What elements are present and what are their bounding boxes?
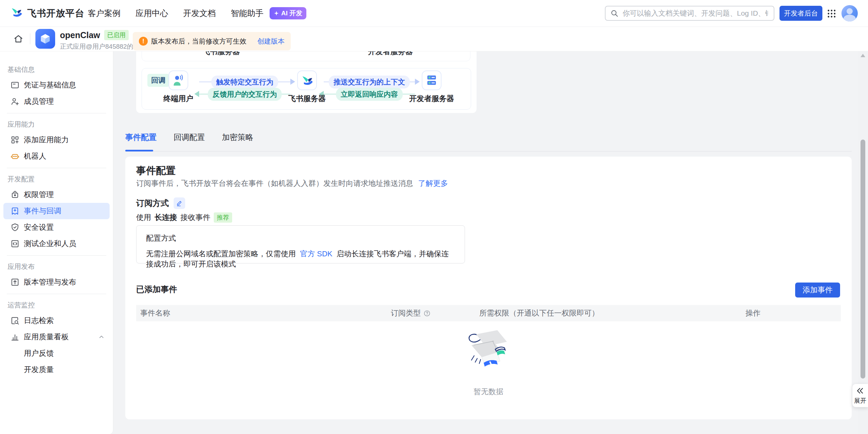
sidebar-item-label: 事件与回调: [24, 206, 61, 216]
section-description: 订阅事件后，飞书开放平台将会在事件（如机器人入群）发生时向请求地址推送消息 了解…: [136, 178, 448, 189]
config-method-box: 配置方式 无需注册公网域名或配置加密策略，仅需使用 官方 SDK 启动长连接飞书…: [136, 225, 465, 263]
sidebar-section-monitoring: 运营监控: [0, 298, 113, 312]
end-user-icon: [171, 73, 186, 88]
developer-console-button[interactable]: 开发者后台: [779, 6, 822, 21]
sidebar-section-dev-config: 开发配置: [0, 172, 113, 187]
sidebar-item-version-release[interactable]: 版本管理与发布: [3, 274, 110, 290]
sidebar-divider: [7, 294, 106, 294]
sidebar-item-events-callbacks[interactable]: 事件与回调: [3, 203, 110, 219]
method-name: 长连接: [155, 212, 177, 223]
search-icon: [610, 9, 618, 17]
create-version-link[interactable]: 创建版本: [257, 37, 285, 46]
sidebar-divider: [7, 255, 106, 256]
config-tabs: 事件配置 回调配置 加密策略: [125, 132, 253, 143]
nav-item-ai-assistant[interactable]: 智能助手: [231, 8, 263, 19]
page: 飞书开放平台 客户案例 应用中心 开发文档 智能助手 AI 开发 开发者后台: [0, 0, 868, 434]
feishu-logo-icon: [10, 6, 23, 20]
platform-title: 飞书开放平台: [27, 7, 84, 19]
top-navbar: 飞书开放平台 客户案例 应用中心 开发文档 智能助手 AI 开发 开发者后台: [0, 0, 868, 27]
feishu-logo-icon: [300, 74, 314, 87]
section-title: 事件配置: [136, 164, 176, 178]
apps-grid-icon[interactable]: [827, 9, 836, 19]
question-circle-icon[interactable]: [423, 310, 431, 317]
search-input[interactable]: [622, 9, 769, 18]
sidebar-item-label: 应用质量看板: [24, 332, 69, 342]
expand-panel-button[interactable]: 展开: [852, 384, 868, 407]
server-icon: [425, 74, 438, 87]
upload-icon: [10, 277, 20, 287]
nav-item-customer-cases[interactable]: 客户案例: [88, 8, 120, 19]
app-title-row: openClaw 已启用: [60, 30, 129, 40]
sidebar-item-members[interactable]: 成员管理: [3, 93, 110, 110]
scrollbar-up-arrow[interactable]: [861, 54, 865, 57]
add-event-button[interactable]: 添加事件: [795, 283, 840, 298]
added-events-title: 已添加事件: [136, 284, 177, 295]
app-header-bar: openClaw 已启用 正式应用@用户845882的组织 ! 版本发布后，当前…: [0, 27, 868, 51]
sidebar-item-security[interactable]: 安全设置: [3, 219, 110, 236]
grid-add-icon: [10, 135, 20, 145]
log-search-icon: [10, 316, 20, 325]
header-divider: [30, 33, 30, 44]
scrollbar-thumb[interactable]: [861, 140, 865, 379]
tab-encryption-policy[interactable]: 加密策略: [222, 132, 253, 143]
callback-flow-box: 回调 触发特定交互行为 反馈用户的交互行为 推送交互行为的上下文 立即返回响应内…: [142, 68, 471, 110]
learn-more-link[interactable]: 了解更多: [418, 179, 448, 188]
sidebar-item-add-capability[interactable]: 添加应用能力: [3, 132, 110, 148]
expand-label: 展开: [854, 397, 866, 405]
sidebar-item-test-company[interactable]: 测试企业和人员: [3, 236, 110, 252]
arrowhead-right-icon: [290, 79, 295, 85]
arrowhead-right-icon: [415, 79, 420, 85]
tab-callback-config[interactable]: 回调配置: [174, 132, 205, 143]
sidebar-item-label: 机器人: [24, 151, 46, 161]
sidebar-item-credentials[interactable]: 凭证与基础信息: [3, 77, 110, 93]
global-search[interactable]: [605, 6, 774, 21]
ai-dev-badge[interactable]: AI 开发: [270, 7, 306, 19]
column-label: 订阅类型: [391, 308, 421, 318]
clipped-label-feishu-server: 飞书服务器: [203, 51, 240, 57]
sidebar-item-log-search[interactable]: 日志检索: [3, 312, 110, 329]
feishu-server-label: 飞书服务器: [288, 94, 326, 104]
event-icon: [10, 206, 20, 216]
edit-button[interactable]: [174, 197, 185, 209]
config-text-before: 无需注册公网域名或配置加密策略，仅需使用: [146, 250, 296, 258]
clipped-diagram-box: [142, 51, 470, 61]
sidebar-item-permissions[interactable]: 权限管理: [3, 187, 110, 203]
app-name: openClaw: [60, 30, 100, 40]
user-avatar[interactable]: [841, 5, 858, 21]
nav-item-app-center[interactable]: 应用中心: [135, 8, 168, 19]
app-icon[interactable]: [35, 29, 55, 49]
sidebar-item-quality-dashboard[interactable]: 应用质量看板: [3, 329, 110, 345]
sidebar-section-release: 应用发布: [0, 259, 113, 274]
double-chevron-left-icon: [856, 387, 864, 395]
official-sdk-link[interactable]: 官方 SDK: [300, 250, 332, 258]
home-icon: [14, 34, 23, 44]
column-required-permissions: 所需权限（开通以下任一权限即可）: [479, 308, 745, 318]
sidebar-item-bot[interactable]: 机器人: [3, 148, 110, 164]
column-event-name: 事件名称: [136, 308, 391, 318]
person-add-icon: [10, 97, 20, 106]
warning-icon: !: [139, 37, 148, 46]
platform-logo[interactable]: 飞书开放平台: [10, 0, 84, 27]
sidebar-section-basic-info: 基础信息: [0, 62, 113, 77]
column-subscription-type: 订阅类型: [391, 308, 479, 318]
nav-item-dev-docs[interactable]: 开发文档: [183, 8, 216, 19]
sidebar-item-dev-quality[interactable]: 开发质量: [3, 361, 110, 378]
callback-diagram-card: 飞书服务器 开发者服务器 回调 触发特定交互行为 反馈用户的交互行为 推送交互行…: [136, 51, 477, 113]
arrowhead-left-icon: [194, 91, 199, 97]
clipped-label-dev-server: 开发者服务器: [368, 51, 413, 57]
sidebar-item-user-feedback[interactable]: 用户反馈: [3, 345, 110, 361]
tab-event-config[interactable]: 事件配置: [125, 132, 157, 143]
sidebar-divider: [7, 168, 106, 168]
home-button[interactable]: [10, 31, 27, 47]
config-box-title: 配置方式: [146, 233, 455, 243]
sidebar-item-label: 添加应用能力: [24, 135, 69, 145]
sparkle-icon: [274, 11, 279, 16]
dev-server-node: [422, 70, 441, 90]
sidebar-item-label: 版本管理与发布: [24, 277, 76, 287]
chevron-up-icon[interactable]: [98, 334, 105, 340]
arrow-label-respond: 立即返回响应内容: [336, 88, 403, 101]
sidebar-section-capabilities: 应用能力: [0, 117, 113, 132]
card-icon: [10, 80, 20, 90]
scrollbar-track[interactable]: [858, 51, 868, 434]
method-suffix: 接收事件: [180, 212, 210, 223]
